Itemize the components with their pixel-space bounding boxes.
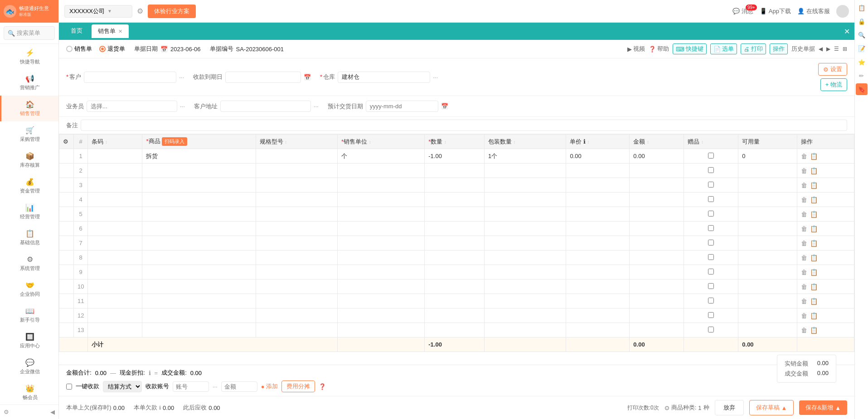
- row-amount-8[interactable]: [630, 250, 684, 265]
- row-copy-icon-10[interactable]: 📋: [810, 283, 818, 290]
- row-amount-3[interactable]: [630, 178, 684, 193]
- row-gift-5[interactable]: [684, 207, 738, 222]
- print-btn[interactable]: 🖨 打印: [741, 43, 766, 54]
- sidebar-item-purchase[interactable]: 🛒 采购管理: [0, 121, 58, 147]
- expected-date-input[interactable]: [366, 101, 438, 112]
- row-copy-icon-13[interactable]: 📋: [810, 327, 818, 334]
- sidebar-item-operations[interactable]: 📊 经营管理: [0, 199, 58, 225]
- row-qty-5[interactable]: [425, 207, 485, 222]
- row-qty-11[interactable]: [425, 294, 485, 308]
- row-price-2[interactable]: [566, 164, 630, 178]
- row-delete-icon-8[interactable]: 🗑: [801, 254, 807, 261]
- row-unit-4[interactable]: [338, 193, 425, 207]
- setting-button[interactable]: ⚙ 设置: [818, 63, 847, 76]
- rs-icon-2[interactable]: 🔍: [856, 29, 868, 41]
- save-new-button[interactable]: 保存&新增 ▲: [799, 400, 847, 415]
- rs-icon-4[interactable]: ⭐: [856, 56, 868, 68]
- warehouse-input[interactable]: [338, 72, 430, 83]
- row-delete-icon-7[interactable]: 🗑: [801, 240, 807, 247]
- row-amount-10[interactable]: [630, 279, 684, 294]
- calc-method-select[interactable]: 结算方式: [103, 381, 142, 392]
- row-price-8[interactable]: [566, 250, 630, 265]
- sidebar-item-collab[interactable]: 🤝 企业协同: [0, 276, 58, 302]
- remark-input[interactable]: [81, 120, 847, 131]
- row-gift-8[interactable]: [684, 250, 738, 265]
- row-delete-icon-9[interactable]: 🗑: [801, 269, 807, 276]
- row-spec-3[interactable]: [256, 178, 337, 193]
- gift-checkbox-1[interactable]: [708, 153, 714, 159]
- nav-prev-icon[interactable]: ◀: [819, 46, 823, 52]
- row-barcode-11[interactable]: [88, 294, 142, 308]
- tab-close-icon[interactable]: ✕: [118, 29, 122, 34]
- abandon-button[interactable]: 放弃: [715, 400, 744, 415]
- row-gift-7[interactable]: [684, 236, 738, 250]
- message-btn[interactable]: 💬 消息 99+: [732, 7, 753, 15]
- row-price-6[interactable]: [566, 222, 630, 236]
- radio-return-order[interactable]: 退货单: [99, 45, 125, 53]
- sidebar-item-apps[interactable]: 🔲 应用中心: [0, 328, 58, 354]
- row-barcode-1[interactable]: [88, 149, 142, 164]
- company-selector[interactable]: XXXXXX公司 ▼: [64, 5, 132, 18]
- user-avatar[interactable]: [836, 5, 849, 18]
- tab-home[interactable]: 首页: [63, 23, 90, 39]
- gift-checkbox-13[interactable]: [708, 327, 714, 332]
- row-copy-icon-12[interactable]: 📋: [810, 312, 818, 319]
- row-product-9[interactable]: [142, 265, 256, 279]
- row-barcode-13[interactable]: [88, 323, 142, 337]
- row-qty-9[interactable]: [425, 265, 485, 279]
- row-pkg-1[interactable]: 1个: [484, 149, 566, 164]
- row-amount-2[interactable]: [630, 164, 684, 178]
- row-product-3[interactable]: [142, 178, 256, 193]
- row-amount-4[interactable]: [630, 193, 684, 207]
- row-unit-12[interactable]: [338, 308, 425, 323]
- row-price-12[interactable]: [566, 308, 630, 323]
- row-product-1[interactable]: 拆货: [142, 149, 256, 164]
- search-menu-button[interactable]: 🔍 搜索菜单: [4, 26, 55, 40]
- row-delete-icon-6[interactable]: 🗑: [801, 225, 807, 232]
- scan-btn[interactable]: 扫码录入: [162, 137, 187, 146]
- row-unit-5[interactable]: [338, 207, 425, 222]
- row-pkg-6[interactable]: [484, 222, 566, 236]
- sidebar-item-sales[interactable]: 🏠 销售管理: [0, 96, 58, 121]
- row-unit-7[interactable]: [338, 236, 425, 250]
- gift-checkbox-12[interactable]: [708, 312, 714, 318]
- shortcut-btn[interactable]: ⌨ 快捷键: [673, 43, 707, 54]
- customer-more-icon[interactable]: ···: [179, 74, 184, 81]
- account-input[interactable]: [173, 381, 209, 392]
- gift-checkbox-9[interactable]: [708, 269, 714, 275]
- row-spec-8[interactable]: [256, 250, 337, 265]
- row-gift-3[interactable]: [684, 178, 738, 193]
- row-qty-3[interactable]: [425, 178, 485, 193]
- gift-checkbox-8[interactable]: [708, 254, 714, 260]
- gift-checkbox-6[interactable]: [708, 225, 714, 231]
- sidebar-collapse-icon[interactable]: ◀: [50, 409, 55, 415]
- row-amount-5[interactable]: [630, 207, 684, 222]
- expense-split-button[interactable]: 费用分摊: [281, 380, 315, 392]
- gift-checkbox-10[interactable]: [708, 283, 714, 289]
- row-gift-12[interactable]: [684, 308, 738, 323]
- list-view-icon[interactable]: ☰: [834, 46, 839, 52]
- row-price-11[interactable]: [566, 294, 630, 308]
- row-spec-5[interactable]: [256, 207, 337, 222]
- sidebar-settings-icon[interactable]: ⚙: [4, 409, 9, 415]
- row-unit-6[interactable]: [338, 222, 425, 236]
- row-gift-4[interactable]: [684, 193, 738, 207]
- row-amount-12[interactable]: [630, 308, 684, 323]
- row-barcode-9[interactable]: [88, 265, 142, 279]
- row-product-12[interactable]: [142, 308, 256, 323]
- row-qty-12[interactable]: [425, 308, 485, 323]
- due-date-calendar-icon[interactable]: 📅: [304, 74, 311, 81]
- row-delete-icon-13[interactable]: 🗑: [801, 327, 807, 334]
- row-qty-1[interactable]: -1.00: [425, 149, 485, 164]
- row-price-3[interactable]: [566, 178, 630, 193]
- row-gift-6[interactable]: [684, 222, 738, 236]
- row-qty-10[interactable]: [425, 279, 485, 294]
- row-amount-7[interactable]: [630, 236, 684, 250]
- gift-checkbox-11[interactable]: [708, 298, 714, 303]
- row-product-13[interactable]: [142, 323, 256, 337]
- nav-next-icon[interactable]: ▶: [826, 46, 830, 52]
- addr-more-icon[interactable]: ···: [314, 103, 319, 110]
- row-amount-6[interactable]: [630, 222, 684, 236]
- row-pkg-11[interactable]: [484, 294, 566, 308]
- sidebar-item-guide[interactable]: 📖 新手引导: [0, 302, 58, 328]
